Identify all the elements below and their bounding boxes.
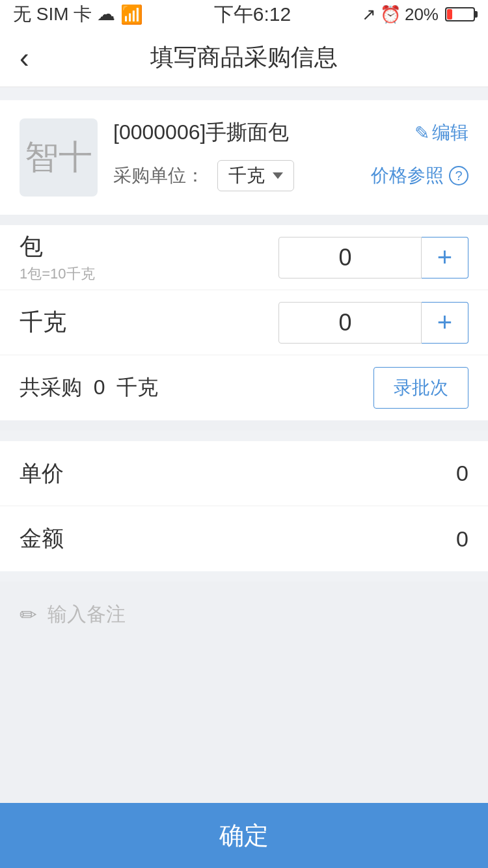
batch-button[interactable]: 录批次 [373,367,468,409]
confirm-button[interactable]: 确定 [0,803,488,868]
input-section: 包 1包=10千克 + 千克 + [0,225,488,355]
bag-sub-label: 1包=10千克 [20,264,111,284]
location-icon: ↗ [362,5,376,25]
amount-value: 0 [456,526,468,552]
unit-price-value: 0 [456,461,468,486]
total-prefix: 共采购 [20,375,82,399]
price-ref-label: 价格参照 [371,163,444,188]
total-unit: 千克 [116,375,158,399]
battery-percent: 20% [405,5,439,25]
product-name: [0000006]手撕面包 [113,118,289,147]
status-bar-left: 无 SIM 卡 ☁ 📶 [13,2,143,27]
status-bar-right: ↗ ⏰ 20% [362,5,475,25]
bag-label-group: 包 1包=10千克 [20,231,111,284]
kg-quantity-input[interactable] [278,302,422,344]
bag-input-row: 包 1包=10千克 + [0,225,488,290]
total-text: 共采购 0 千克 [20,373,158,402]
back-button[interactable]: ‹ [20,44,29,72]
divider-1 [0,215,488,225]
edit-label: 编辑 [432,120,468,145]
price-ref-button[interactable]: 价格参照 ? [371,163,468,188]
total-amount: 0 [94,375,105,399]
chevron-down-icon [273,172,283,179]
battery-fill [447,9,452,20]
nav-bar: ‹ 填写商品采购信息 [0,29,488,87]
pencil-icon: ✏ [20,603,37,627]
unit-label: 采购单位： [113,163,204,188]
kg-label: 千克 [20,306,111,338]
unit-price-row: 单价 0 [0,441,488,506]
unit-price-label: 单价 [20,459,64,489]
amount-label: 金额 [20,524,64,554]
product-name-row: [0000006]手撕面包 ✎ 编辑 [113,118,468,147]
product-info: [0000006]手撕面包 ✎ 编辑 采购单位： 千克 价格参照 ? [113,118,468,191]
status-bar: 无 SIM 卡 ☁ 📶 下午6:12 ↗ ⏰ 20% [0,0,488,29]
edit-icon: ✎ [414,122,429,144]
unit-row: 采购单位： 千克 价格参照 ? [113,160,468,191]
content-area [0,647,488,830]
unit-select[interactable]: 千克 [217,160,294,191]
unit-value: 千克 [228,163,265,188]
kg-input-control: + [278,302,468,344]
sim-status: 无 SIM 卡 ☁ [13,2,115,27]
bag-quantity-input[interactable] [278,237,422,278]
page-title: 填写商品采购信息 [150,42,338,74]
product-section: 智十 [0000006]手撕面包 ✎ 编辑 采购单位： 千克 价格参照 ? [0,100,488,215]
battery-indicator [445,7,475,21]
amount-row: 金额 0 [0,506,488,571]
wifi-icon: 📶 [120,4,143,25]
edit-button[interactable]: ✎ 编辑 [414,120,468,145]
product-image: 智十 [20,118,98,197]
kg-label-group: 千克 [20,306,111,338]
status-bar-time: 下午6:12 [214,1,291,28]
bag-label: 包 [20,231,111,263]
kg-plus-button[interactable]: + [422,302,468,344]
help-icon[interactable]: ? [449,166,468,185]
info-section: 单价 0 金额 0 [0,441,488,571]
kg-input-row: 千克 + [0,290,488,355]
total-row: 共采购 0 千克 录批次 [0,355,488,420]
notes-placeholder: 输入备注 [47,601,126,628]
alarm-icon: ⏰ [380,5,401,25]
product-logo: 智十 [25,135,92,180]
bag-plus-button[interactable]: + [422,237,468,278]
divider-2 [0,420,488,431]
bag-input-control: + [278,237,468,278]
notes-section[interactable]: ✏ 输入备注 [0,582,488,647]
